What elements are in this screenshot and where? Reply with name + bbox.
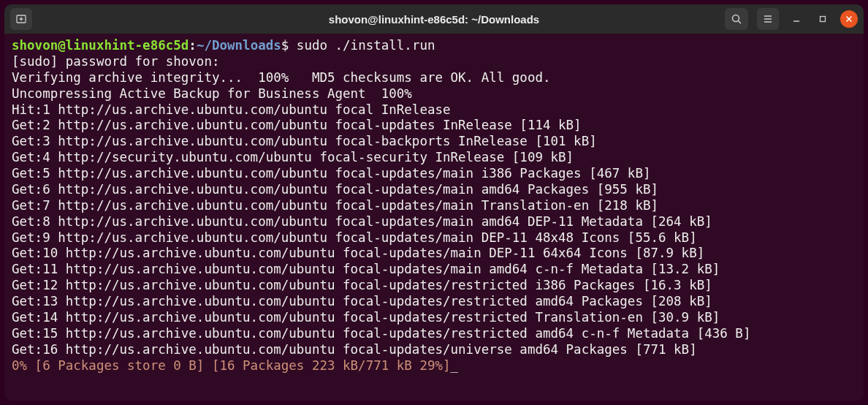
new-tab-button[interactable] bbox=[10, 8, 32, 30]
progress-status: 0% [6 Packages store 0 B] [16 Packages 2… bbox=[12, 358, 451, 373]
output-line: Hit:1 http://us.archive.ubuntu.com/ubunt… bbox=[12, 102, 856, 118]
command-text: sudo ./install.run bbox=[297, 38, 435, 53]
titlebar: shovon@linuxhint-e86c5d: ~/Downloads bbox=[4, 4, 864, 34]
svg-point-3 bbox=[733, 15, 739, 22]
output-line: Get:9 http://us.archive.ubuntu.com/ubunt… bbox=[12, 230, 856, 246]
search-button[interactable] bbox=[725, 8, 748, 30]
maximize-button[interactable] bbox=[814, 10, 831, 28]
output-line: [sudo] password for shovon: bbox=[12, 54, 856, 70]
output-line: Uncompressing Active Backup for Business… bbox=[12, 86, 856, 102]
terminal-content[interactable]: shovon@linuxhint-e86c5d:~/Downloads$ sud… bbox=[4, 34, 864, 401]
output-line: Get:4 http://security.ubuntu.com/ubuntu … bbox=[12, 150, 856, 166]
output-line: Get:16 http://us.archive.ubuntu.com/ubun… bbox=[12, 342, 856, 358]
close-button[interactable] bbox=[840, 10, 858, 28]
titlebar-left bbox=[10, 8, 32, 30]
hamburger-icon bbox=[762, 13, 774, 25]
output-line: Get:8 http://us.archive.ubuntu.com/ubunt… bbox=[12, 214, 856, 230]
output-block: [sudo] password for shovon:Verifying arc… bbox=[12, 54, 856, 358]
output-line: Get:3 http://us.archive.ubuntu.com/ubunt… bbox=[12, 134, 856, 150]
output-line: Get:12 http://us.archive.ubuntu.com/ubun… bbox=[12, 278, 856, 294]
output-line: Get:13 http://us.archive.ubuntu.com/ubun… bbox=[12, 294, 856, 310]
output-line: Get:15 http://us.archive.ubuntu.com/ubun… bbox=[12, 326, 856, 342]
output-line: Get:5 http://us.archive.ubuntu.com/ubunt… bbox=[12, 166, 856, 182]
output-line: Get:14 http://us.archive.ubuntu.com/ubun… bbox=[12, 310, 856, 326]
output-line: Get:6 http://us.archive.ubuntu.com/ubunt… bbox=[12, 182, 856, 198]
minimize-button[interactable] bbox=[788, 10, 805, 28]
output-line: Get:11 http://us.archive.ubuntu.com/ubun… bbox=[12, 262, 856, 278]
output-line: Get:2 http://us.archive.ubuntu.com/ubunt… bbox=[12, 118, 856, 134]
prompt-path: ~/Downloads bbox=[197, 38, 281, 53]
search-icon bbox=[731, 13, 742, 25]
output-line: Get:7 http://us.archive.ubuntu.com/ubunt… bbox=[12, 198, 856, 214]
minimize-icon bbox=[793, 15, 800, 23]
prompt-colon: : bbox=[189, 38, 197, 53]
new-tab-icon bbox=[15, 13, 27, 25]
maximize-icon bbox=[819, 15, 826, 23]
output-line: Verifying archive integrity... 100% MD5 … bbox=[12, 70, 856, 86]
terminal-window: shovon@linuxhint-e86c5d: ~/Downloads bbox=[4, 4, 864, 401]
window-title: shovon@linuxhint-e86c5d: ~/Downloads bbox=[329, 13, 539, 26]
svg-line-4 bbox=[739, 21, 742, 24]
cursor: _ bbox=[451, 358, 459, 373]
prompt-user-host: shovon@linuxhint-e86c5d bbox=[12, 38, 189, 53]
prompt-dollar: $ bbox=[281, 38, 297, 53]
titlebar-right bbox=[725, 8, 858, 30]
output-line: Get:10 http://us.archive.ubuntu.com/ubun… bbox=[12, 246, 856, 262]
svg-rect-9 bbox=[821, 17, 826, 22]
close-icon bbox=[845, 15, 853, 23]
menu-button[interactable] bbox=[757, 8, 779, 30]
